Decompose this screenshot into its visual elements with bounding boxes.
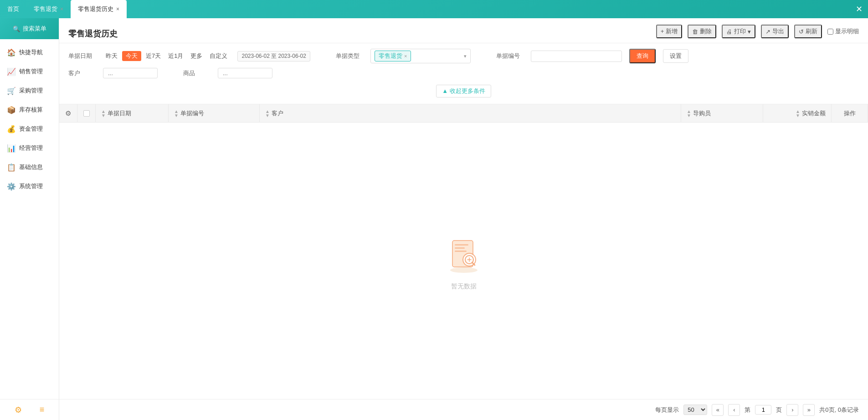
refresh-button-label: 刷新 <box>806 27 817 36</box>
goods-input[interactable]: ... <box>218 68 272 78</box>
pagination-bar: 每页显示 50 10 20 100 « ‹ 第 页 › » 共0页, 0条记录 <box>59 399 868 420</box>
print-button[interactable]: 🖨 打印 ▾ <box>722 25 755 38</box>
sidebar-item-system[interactable]: ⚙️ 系统管理 <box>0 177 59 196</box>
sidebar-item-operations[interactable]: 📊 经营管理 <box>0 138 59 158</box>
date-range-value[interactable]: 2023-06-02 至 2023-06-02 <box>237 51 310 61</box>
sidebar-item-basic-info[interactable]: 📋 基础信息 <box>0 158 59 177</box>
date-opt-yesterday[interactable]: 昨天 <box>103 51 120 61</box>
doc-type-tag: 零售退货 × <box>375 51 411 61</box>
th-settings[interactable]: ⚙ <box>59 104 77 122</box>
customer-filter-label: 客户 <box>68 69 96 77</box>
sidebar-item-finance-label: 资金管理 <box>19 125 43 133</box>
search-icon: 🔍 <box>13 26 20 32</box>
sidebar: 🔍 搜索菜单 🏠 快捷导航 📈 销售管理 🛒 采购管理 📦 库存核算 💰 <box>0 18 59 420</box>
th-date-label: 单据日期 <box>108 109 131 118</box>
empty-state: 暂无数据 <box>59 123 868 399</box>
sidebar-item-sales-label: 销售管理 <box>19 67 43 76</box>
page-label: 第 <box>745 406 750 414</box>
table-settings-icon[interactable]: ⚙ <box>65 109 71 118</box>
query-button-label: 查询 <box>637 52 648 60</box>
export-button-label: 导出 <box>772 27 784 36</box>
svg-point-0 <box>450 267 478 273</box>
table-section: ⚙ ▲▼ 单据日期 ▲▼ 单据编号 ▲▼ 客户 ▲▼ <box>59 104 868 399</box>
sidebar-item-inventory[interactable]: 📦 库存核算 <box>0 100 59 119</box>
doc-type-chevron-icon: ▾ <box>464 53 467 59</box>
filter-section: 单据日期 昨天 今天 近7天 近1月 更多 自定义 2023-06-02 至 2… <box>59 43 868 104</box>
purchase-icon: 🛒 <box>7 87 15 95</box>
customer-ellipsis: ... <box>108 70 113 77</box>
doc-type-selector[interactable]: 零售退货 × ▾ <box>370 49 471 63</box>
sidebar-item-inventory-label: 库存核算 <box>19 106 43 114</box>
filter-settings-label: 设置 <box>670 52 682 60</box>
tab-retail-return[interactable]: 零售退货 × <box>26 0 71 18</box>
goods-ellipsis: ... <box>223 70 228 77</box>
print-button-label: 打印 <box>734 27 746 36</box>
page-unit: 页 <box>776 406 782 414</box>
sidebar-item-operations-label: 经营管理 <box>19 144 43 152</box>
sidebar-search[interactable]: 🔍 搜索菜单 <box>0 18 59 39</box>
sidebar-settings-button[interactable]: ⚙ <box>15 405 22 415</box>
refresh-button[interactable]: ↺ 刷新 <box>794 25 822 38</box>
th-sort-icon-number: ▲▼ <box>174 109 179 118</box>
sidebar-item-purchase[interactable]: 🛒 采购管理 <box>0 81 59 100</box>
collapse-button[interactable]: ▲ 收起更多条件 <box>436 85 491 97</box>
date-opt-today[interactable]: 今天 <box>122 51 141 61</box>
delete-button[interactable]: 🗑 删除 <box>688 25 716 38</box>
customer-input[interactable]: ... <box>103 68 158 78</box>
date-options: 昨天 今天 近7天 近1月 更多 自定义 <box>103 51 230 61</box>
date-opt-last7[interactable]: 近7天 <box>143 51 164 61</box>
tab-retail-return-history[interactable]: 零售退货历史 × <box>71 0 127 18</box>
sidebar-item-basic-info-label: 基础信息 <box>19 163 43 171</box>
goods-filter-label: 商品 <box>183 69 211 77</box>
sidebar-bottom: ⚙ ≡ <box>0 399 59 420</box>
page-number-input[interactable] <box>755 405 771 415</box>
doc-number-filter-label: 单据编号 <box>496 52 524 60</box>
delete-icon: 🗑 <box>692 28 698 35</box>
sidebar-menu-button[interactable]: ≡ <box>40 405 45 415</box>
sidebar-item-sales[interactable]: 📈 销售管理 <box>0 62 59 81</box>
th-action: 操作 <box>832 104 868 122</box>
sidebar-item-quick-nav[interactable]: 🏠 快捷导航 <box>0 43 59 62</box>
th-amount: ▲▼ 实销金额 <box>763 104 832 122</box>
tab-retail-return-history-label: 零售退货历史 <box>78 5 113 13</box>
new-button[interactable]: + 新增 <box>656 25 682 38</box>
operations-icon: 📊 <box>7 144 15 152</box>
date-opt-custom[interactable]: 自定义 <box>207 51 230 61</box>
first-page-button[interactable]: « <box>712 404 724 416</box>
per-page-select[interactable]: 50 10 20 100 <box>683 405 707 415</box>
date-opt-more[interactable]: 更多 <box>188 51 205 61</box>
display-detail-input[interactable] <box>827 29 833 35</box>
filter-settings-button[interactable]: 设置 <box>663 49 688 63</box>
doc-type-tag-close[interactable]: × <box>404 53 407 59</box>
th-checkbox[interactable] <box>77 104 96 122</box>
doc-number-input[interactable] <box>531 51 622 62</box>
toolbar: + 新增 🗑 删除 🖨 打印 ▾ ↗ 导出 ↺ 刷新 <box>656 25 859 43</box>
tab-retail-return-close[interactable]: × <box>60 6 63 12</box>
refresh-icon: ↺ <box>799 28 804 35</box>
collapse-button-label: ▲ 收起更多条件 <box>442 87 485 95</box>
sidebar-item-finance[interactable]: 💰 资金管理 <box>0 119 59 138</box>
tab-home[interactable]: 首页 <box>0 0 26 18</box>
prev-page-button[interactable]: ‹ <box>728 404 740 416</box>
display-detail-label: 显示明细 <box>835 27 859 36</box>
sidebar-search-label: 搜索菜单 <box>23 25 46 33</box>
th-action-label: 操作 <box>844 109 856 118</box>
next-page-button[interactable]: › <box>786 404 798 416</box>
empty-state-icon <box>441 231 487 277</box>
filter-row-1: 单据日期 昨天 今天 近7天 近1月 更多 自定义 2023-06-02 至 2… <box>68 49 859 63</box>
empty-state-text: 暂无数据 <box>451 282 477 291</box>
query-button[interactable]: 查询 <box>629 49 656 63</box>
date-filter-label: 单据日期 <box>68 52 96 60</box>
date-opt-last1month[interactable]: 近1月 <box>165 51 186 61</box>
display-detail-checkbox[interactable]: 显示明细 <box>827 27 859 36</box>
export-button[interactable]: ↗ 导出 <box>761 25 789 38</box>
window-close-button[interactable]: ✕ <box>850 4 868 14</box>
tab-retail-return-label: 零售退货 <box>34 5 57 13</box>
select-all-checkbox[interactable] <box>83 110 90 117</box>
svg-rect-3 <box>455 247 465 249</box>
tab-retail-return-history-close[interactable]: × <box>116 6 119 12</box>
th-number: ▲▼ 单据编号 <box>169 104 260 122</box>
svg-rect-2 <box>455 244 468 246</box>
table-header: ⚙ ▲▼ 单据日期 ▲▼ 单据编号 ▲▼ 客户 ▲▼ <box>59 104 868 123</box>
last-page-button[interactable]: » <box>803 404 815 416</box>
